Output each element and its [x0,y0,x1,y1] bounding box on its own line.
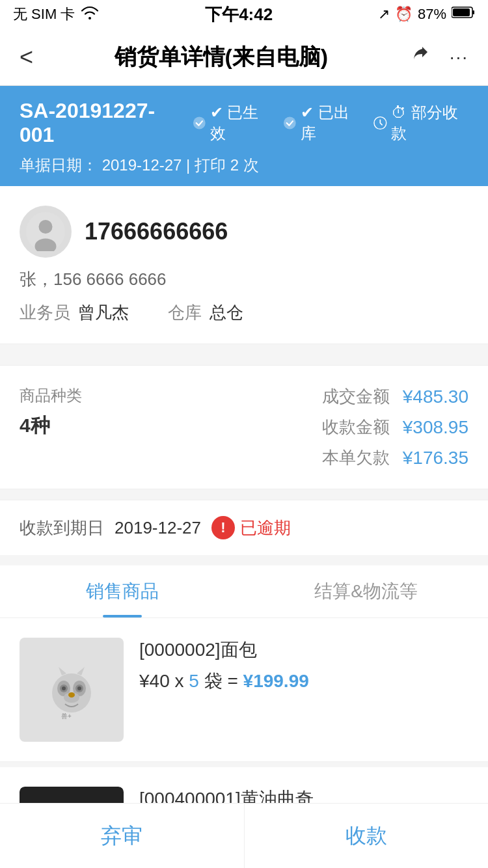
customer-top: 17666666666 [20,206,468,258]
tabs-row: 销售商品 结算&物流等 [0,565,488,617]
product-qty-1: 5 [189,671,199,691]
status-right: ↗ ⏰ 87% [378,6,475,23]
more-icon[interactable]: ··· [450,47,468,68]
svg-rect-2 [453,8,470,16]
receipt-value: ¥308.95 [403,417,468,438]
kind-value: 4种 [20,413,82,439]
product-price-1: ¥40 x 5 袋 = ¥199.99 [139,669,468,694]
svg-text:兽+: 兽+ [61,712,72,720]
stats-row: 商品种类 4种 成交金额 ¥485.30 收款金额 ¥308.95 本单欠款 ¥… [20,385,468,469]
nav-bar: < 销货单详情(来自电脑) ··· [0,29,488,86]
overdue-text: 已逾期 [240,517,291,539]
salesperson-item: 业务员 曾凡杰 [20,301,129,324]
due-date: 2019-12-27 [115,518,201,538]
customer-avatar [20,206,72,258]
product-name-1: [0000002]面包 [139,638,468,662]
location-icon: ↗ [378,6,390,23]
svg-point-14 [62,686,66,690]
warehouse-item: 仓库 总仓 [168,301,243,324]
customer-section: 17666666666 张，156 6666 6666 业务员 曾凡杰 仓库 总… [0,186,488,344]
deal-label: 成交金额 [322,385,390,408]
warehouse-label: 仓库 [168,301,202,324]
customer-meta: 业务员 曾凡杰 仓库 总仓 [20,301,468,324]
kind-label: 商品种类 [20,385,82,406]
nav-right-icons: ··· [409,44,468,70]
share-icon[interactable] [409,44,430,70]
tab-settlement-logistics[interactable]: 结算&物流等 [244,565,488,617]
svg-point-19 [68,692,75,698]
product-item-1: 兽+ [0000002]面包 ¥40 x 5 袋 = ¥199.99 [0,618,488,762]
bottom-bar: 弃审 收款 [0,803,488,868]
status-left: 无 SIM 卡 [13,5,100,24]
status-time: 下午4:42 [205,3,273,26]
svg-point-3 [193,117,206,129]
tab-sales-products[interactable]: 销售商品 [0,565,244,617]
overdue-warning-icon: ! [211,516,235,539]
due-section: 收款到期日 2019-12-27 ! 已逾期 [0,500,488,565]
svg-marker-18 [77,667,85,675]
debt-value: ¥176.35 [403,448,468,468]
back-button[interactable]: < [20,44,33,71]
product-info-1: [0000002]面包 ¥40 x 5 袋 = ¥199.99 [139,638,468,694]
status-badge-shipped: ✔ 已出库 [283,102,360,144]
deal-amount-line: 成交金额 ¥485.30 [322,385,468,408]
confirm-button[interactable]: 收款 [245,804,489,868]
customer-name-phone: 张，156 6666 6666 [20,268,468,291]
receipt-amount-line: 收款金额 ¥308.95 [322,416,468,439]
salesperson-value: 曾凡杰 [78,301,129,324]
divider-1 [0,344,488,355]
battery-icon [452,6,475,23]
product-total-1: ¥199.99 [243,671,309,691]
stats-section: 商品种类 4种 成交金额 ¥485.30 收款金额 ¥308.95 本单欠款 ¥… [0,365,488,489]
product-thumb-1: 兽+ [20,638,124,742]
svg-point-7 [39,220,53,234]
page-title: 销货单详情(来自电脑) [115,42,329,72]
due-label: 收款到期日 [20,517,104,539]
banner-row-status: SA-20191227-001 ✔ 已生效 ✔ 已出库 ⏱ 部分收款 [20,99,468,147]
status-badge-partial: ⏱ 部分收款 [373,102,468,144]
stats-left: 商品种类 4种 [20,385,82,439]
alarm-icon: ⏰ [395,6,413,23]
cancel-button[interactable]: 弃审 [0,804,245,868]
svg-rect-1 [472,10,474,14]
overdue-badge: ! 已逾期 [211,516,291,539]
svg-point-4 [284,117,296,129]
order-id: SA-20191227-001 [20,99,180,147]
debt-amount-line: 本单欠款 ¥176.35 [322,446,468,469]
wifi-icon [80,5,100,23]
divider-2 [0,762,488,767]
debt-label: 本单欠款 [322,446,390,469]
order-header-banner: SA-20191227-001 ✔ 已生效 ✔ 已出库 ⏱ 部分收款 单据日期：… [0,86,488,186]
status-bar: 无 SIM 卡 下午4:42 ↗ ⏰ 87% [0,0,488,29]
status-badge-active: ✔ 已生效 [193,102,270,144]
svg-marker-17 [59,667,66,675]
battery-label: 87% [418,6,446,23]
warehouse-value: 总仓 [210,301,243,324]
deal-value: ¥485.30 [403,387,468,407]
banner-date-row: 单据日期： 2019-12-27 | 打印 2 次 [20,155,468,176]
tabs-section: 销售商品 结算&物流等 [0,565,488,618]
stats-right: 成交金额 ¥485.30 收款金额 ¥308.95 本单欠款 ¥176.35 [322,385,468,469]
receipt-label: 收款金额 [322,416,390,439]
svg-point-15 [77,686,81,690]
sim-label: 无 SIM 卡 [13,5,75,24]
salesperson-label: 业务员 [20,301,70,324]
customer-phone: 17666666666 [85,218,228,245]
